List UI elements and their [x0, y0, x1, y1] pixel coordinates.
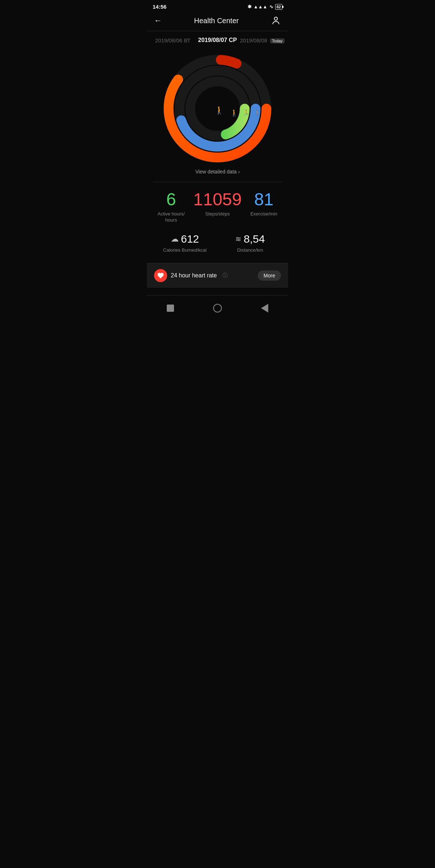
signal-icon: ▲▲▲ — [253, 4, 268, 9]
wifi-icon: ∿ — [269, 4, 273, 9]
heart-icon — [154, 269, 167, 282]
steps-value: 11059 — [193, 191, 241, 208]
active-hours-label: Active hours/hours — [158, 211, 185, 223]
walk-icon: 🚶 — [230, 109, 238, 117]
calories-icon: ☁ — [171, 234, 179, 244]
nav-home[interactable] — [212, 303, 223, 314]
primary-stats: 6 Active hours/hours 11059 Steps/steps 8… — [147, 182, 288, 227]
exercise-stat: 81 Exercise/min — [245, 191, 282, 223]
home-icon — [213, 304, 222, 313]
secondary-stats: ☁ 612 Calories Burned/kcal ≋ 8,54 Distan… — [147, 227, 288, 261]
date-next[interactable]: 2019/08/08 Today — [240, 37, 285, 43]
date-selector: 2019/08/06 ВТ 2019/08/07 СР 2019/08/08 T… — [147, 31, 288, 47]
exercise-label: Exercise/min — [250, 211, 277, 217]
svg-text:🚶: 🚶 — [215, 106, 224, 115]
calories-stat: ☁ 612 Calories Burned/kcal — [154, 233, 216, 253]
date-previous[interactable]: 2019/08/06 ВТ — [150, 37, 195, 43]
active-hours-stat: 6 Active hours/hours — [153, 191, 190, 223]
nav-back[interactable] — [259, 303, 270, 314]
person-icon — [271, 16, 281, 25]
jog-icon: 🚶 — [254, 110, 261, 116]
svg-point-0 — [274, 17, 278, 20]
calories-value: 612 — [181, 233, 199, 245]
steps-stat: 11059 Steps/steps — [193, 191, 241, 223]
activity-chart: 🚶 🚶 🏃 🚶 — [147, 47, 288, 167]
more-button[interactable]: More — [258, 271, 281, 281]
heart-rate-title: 24 hour heart rate — [171, 272, 217, 279]
back-icon — [261, 304, 268, 313]
battery-icon: 82 — [275, 4, 282, 10]
nav-stop[interactable] — [165, 303, 176, 314]
date-active[interactable]: 2019/08/07 СР — [195, 37, 240, 43]
back-button[interactable]: ← — [154, 16, 162, 25]
active-hours-value: 6 — [166, 191, 176, 208]
page-title: Health Center — [194, 17, 239, 25]
header: ← Health Center — [147, 12, 288, 31]
stop-icon — [167, 305, 174, 312]
bottom-nav — [147, 295, 288, 319]
distance-stat: ≋ 8,54 Distance/km — [219, 233, 281, 253]
bluetooth-icon: ✱ — [248, 4, 252, 9]
heart-svg — [157, 272, 164, 279]
steps-label: Steps/steps — [205, 211, 230, 217]
distance-icon: ≋ — [235, 235, 241, 243]
distance-label: Distance/km — [237, 247, 263, 253]
status-bar: 14:56 ✱ ▲▲▲ ∿ 82 — [147, 0, 288, 12]
exercise-value: 81 — [254, 191, 273, 208]
calories-label: Calories Burned/kcal — [163, 247, 207, 253]
run-icon: 🏃 — [243, 109, 250, 116]
status-time: 14:56 — [153, 4, 166, 10]
status-icons: ✱ ▲▲▲ ∿ 82 — [248, 4, 282, 10]
info-icon: ⓘ — [223, 272, 228, 279]
today-badge: Today — [270, 38, 284, 43]
distance-value: 8,54 — [244, 233, 265, 245]
view-detail-button[interactable]: View detailed data › — [147, 167, 288, 182]
heart-rate-section: 24 hour heart rate ⓘ More — [147, 263, 288, 288]
profile-button[interactable] — [271, 16, 281, 26]
